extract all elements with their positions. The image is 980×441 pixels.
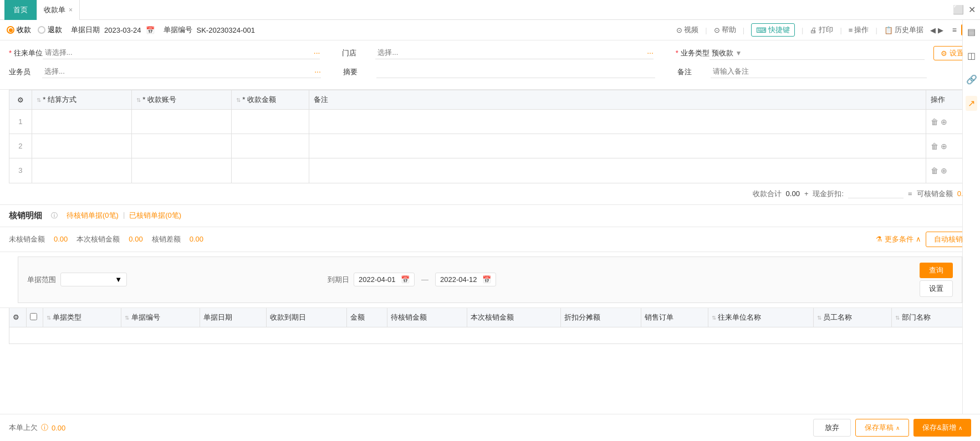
row-3-amount[interactable] — [231, 158, 309, 183]
row-3-remarks[interactable] — [309, 158, 926, 183]
th-settings-bottom[interactable]: ⚙ — [9, 308, 26, 327]
row-2-remarks[interactable] — [309, 134, 926, 158]
row-1-amount[interactable] — [231, 110, 309, 134]
row-3-copy-icon[interactable]: ⊕ — [941, 166, 947, 175]
bottom-settings-icon: ⚙ — [13, 313, 19, 321]
th-employee: ⇅ 员工名称 — [813, 308, 892, 327]
save-new-button[interactable]: 保存&新增 ∧ — [913, 419, 971, 437]
store-label: 门店 — [342, 48, 375, 58]
summary-row: 收款合计 0.00 + 现金折扣: = 可核销金额 0.00 — [0, 183, 980, 205]
th-doc-num-label: 单据编号 — [131, 313, 160, 321]
maximize-icon[interactable]: ⬜ — [953, 4, 964, 15]
save-draft-button[interactable]: 保存草稿 ∧ — [855, 419, 909, 437]
sort-dept[interactable]: ⇅ — [895, 315, 900, 321]
sep1: | — [705, 26, 707, 34]
tab-pending[interactable]: 待核销单据(0笔) — [67, 211, 119, 221]
abandon-button[interactable]: 放弃 — [813, 419, 851, 437]
more-conditions-btn[interactable]: ⚗ 更多条件 ∧ — [876, 234, 921, 244]
video-icon: ⊙ — [676, 26, 682, 34]
discount-label: 现金折扣: — [813, 189, 844, 199]
radio-receipt[interactable]: 收款 — [7, 25, 31, 35]
row-2-amount[interactable] — [231, 134, 309, 158]
row-2-settlement[interactable] — [32, 134, 131, 158]
th-doc-num: ⇅ 单据编号 — [121, 308, 200, 327]
close-window-icon[interactable]: ✕ — [968, 4, 976, 15]
th-amount-label: * 收款金额 — [242, 95, 276, 104]
summary-input[interactable] — [376, 66, 655, 76]
counterparty-input[interactable] — [43, 47, 312, 58]
sort-employee[interactable]: ⇅ — [817, 315, 821, 321]
calendar-icon[interactable]: 📅 — [146, 26, 155, 34]
sort-account-icon[interactable]: ⇅ — [136, 97, 141, 103]
th-due-date-label: 收款到期日 — [270, 313, 306, 321]
store-input[interactable] — [375, 47, 645, 58]
right-panel-icon-1[interactable]: ▤ — [965, 24, 978, 39]
doc-date-label: 单据日期 — [71, 25, 100, 35]
sort-settlement-icon[interactable]: ⇅ — [37, 97, 41, 103]
store-more-icon[interactable]: ··· — [647, 48, 654, 57]
sort-counterparty[interactable]: ⇅ — [712, 315, 716, 321]
right-panel-icon-4[interactable]: ↗ — [966, 96, 977, 111]
row-1-remarks[interactable] — [309, 110, 926, 134]
row-1-delete-icon[interactable]: 🗑 — [931, 117, 938, 126]
filter-right: ⚗ 更多条件 ∧ 自动核销 — [876, 232, 971, 247]
writeoff-info-icon[interactable]: ⓘ — [51, 211, 58, 221]
date-from-input[interactable]: 2022-04-01 📅 — [354, 273, 415, 286]
row-1-account[interactable] — [131, 110, 231, 134]
right-panel-icon-2[interactable]: ◫ — [965, 48, 978, 63]
due-date-label: 到期日 — [328, 275, 349, 285]
sort-amount-icon[interactable]: ⇅ — [236, 97, 241, 103]
row-3-account[interactable] — [131, 158, 231, 183]
footer-actions: 放弃 保存草稿 ∧ 保存&新增 ∧ — [813, 419, 971, 437]
help-btn[interactable]: ⊙ 帮助 — [714, 25, 736, 35]
print-btn[interactable]: 🖨 打印 — [810, 25, 833, 35]
tab-close-icon[interactable]: × — [69, 0, 73, 20]
sort-doc-type[interactable]: ⇅ — [47, 315, 51, 321]
list-view-icon[interactable]: ≡ — [950, 24, 959, 35]
doc-range-select[interactable]: ▼ — [60, 273, 127, 286]
row-1-settlement[interactable] — [32, 110, 131, 134]
select-all-checkbox[interactable] — [30, 313, 37, 320]
remarks-input[interactable] — [711, 66, 927, 76]
row-2-copy-icon[interactable]: ⊕ — [941, 142, 947, 151]
th-account-label: * 收款账号 — [142, 95, 176, 104]
help-label: 帮助 — [722, 25, 736, 35]
save-draft-label: 保存草稿 — [865, 423, 894, 433]
date-from-value: 2022-04-01 — [359, 275, 399, 284]
footer-info-icon[interactable]: ⓘ — [41, 423, 48, 433]
row-num-2: 2 — [9, 134, 32, 158]
draft-chevron-icon: ∧ — [896, 425, 900, 431]
right-panel: ▤ ◫ 🔗 ↗ — [962, 20, 980, 441]
query-settings-button[interactable]: 设置 — [920, 280, 953, 297]
sort-doc-num[interactable]: ⇅ — [125, 315, 129, 321]
nav-prev[interactable]: ◀ — [930, 26, 936, 34]
nav-next[interactable]: ▶ — [938, 26, 943, 34]
date-to-input[interactable]: 2022-04-12 📅 — [435, 273, 496, 286]
receipt-type-group: 收款 退款 — [7, 25, 62, 35]
salesman-input[interactable] — [42, 66, 312, 76]
row-3-settlement[interactable] — [32, 158, 131, 183]
counterparty-more-icon[interactable]: ··· — [314, 48, 320, 57]
query-button[interactable]: 查询 — [920, 263, 953, 278]
row-1-copy-icon[interactable]: ⊕ — [941, 117, 947, 126]
history-btn[interactable]: 📋 历史单据 — [884, 25, 923, 35]
sep5: | — [875, 26, 877, 34]
row-2-delete-icon[interactable]: 🗑 — [931, 142, 938, 151]
tab-home[interactable]: 首页 — [4, 0, 37, 20]
discount-input[interactable] — [848, 189, 904, 198]
row-2-account[interactable] — [131, 134, 231, 158]
shortcut-btn[interactable]: ⌨ 快捷键 — [751, 23, 795, 37]
business-type-select[interactable]: 预收款 ▼ — [710, 47, 925, 60]
tab-done[interactable]: 已核销单据(0笔) — [129, 211, 181, 221]
row-3-delete-icon[interactable]: 🗑 — [931, 166, 938, 175]
radio-refund[interactable]: 退款 — [38, 25, 62, 35]
th-settings[interactable]: ⚙ — [9, 90, 32, 110]
video-btn[interactable]: ⊙ 视频 — [676, 25, 698, 35]
tab-active[interactable]: 收款单 × — [37, 0, 80, 20]
remarks-field: 备注 — [677, 66, 927, 78]
operation-btn[interactable]: ≡ 操作 — [849, 25, 869, 35]
doc-date-value: 2023-03-24 — [104, 26, 141, 34]
operation-icon: ≡ — [849, 26, 853, 34]
right-panel-icon-3[interactable]: 🔗 — [964, 72, 979, 87]
salesman-more-icon[interactable]: ··· — [314, 67, 321, 76]
